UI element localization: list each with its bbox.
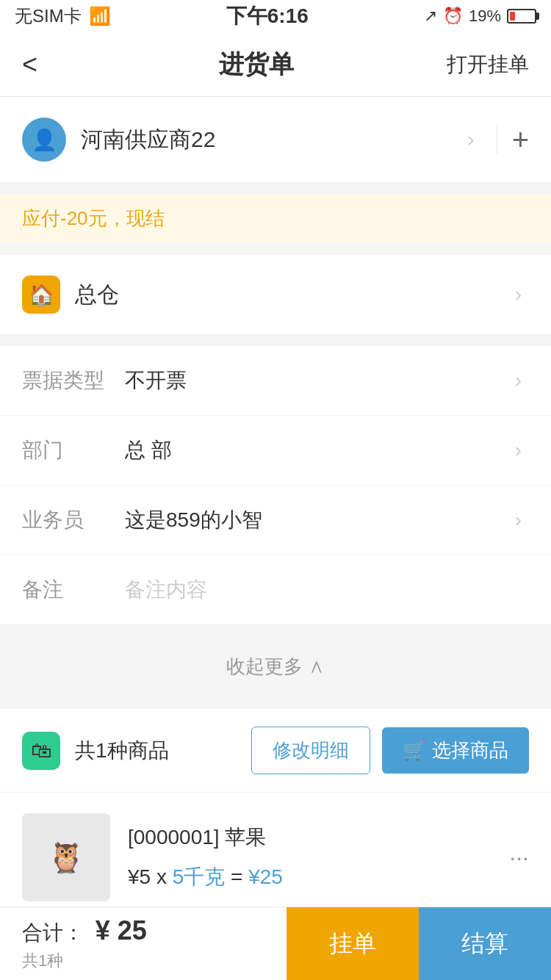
product-detail: ¥5 x 5千克 = ¥25: [128, 863, 509, 891]
person-icon: 👤: [32, 128, 57, 152]
bottom-bar: 合计： ¥ 25 共1种 挂单 结算: [0, 907, 551, 980]
total-amount: ¥ 25: [96, 915, 147, 945]
battery-percent: 19%: [469, 7, 501, 26]
product-name: [0000001] 苹果: [128, 824, 509, 851]
total-row: 合计： ¥ 25: [22, 915, 264, 947]
supplier-avatar: 👤: [22, 118, 66, 162]
checkout-button[interactable]: 结算: [419, 907, 551, 981]
location-icon: ↗: [424, 7, 437, 26]
nav-bar: < 进货单 打开挂单: [0, 32, 551, 97]
battery-icon: [507, 9, 536, 24]
warehouse-name: 总仓: [75, 280, 515, 310]
carrier-label: 无SIM卡: [15, 4, 82, 28]
products-count: 共1种商品: [75, 737, 251, 765]
edit-detail-button[interactable]: 修改明细: [251, 727, 370, 774]
invoice-chevron-icon: ›: [515, 369, 522, 392]
alarm-icon: ⏰: [443, 7, 463, 26]
product-code: [0000001] 苹果: [128, 826, 266, 849]
remark-input[interactable]: 备注内容: [125, 576, 529, 604]
invoice-type-label: 票据类型: [22, 367, 125, 394]
warehouse-icon: 🏠: [22, 275, 60, 314]
products-header: 🛍 共1种商品 修改明细 🛒 选择商品: [0, 709, 551, 793]
supplier-name: 河南供应商22: [81, 125, 467, 155]
product-info: [0000001] 苹果 ¥5 x 5千克 = ¥25: [128, 824, 509, 891]
department-row[interactable]: 部门 总 部 ›: [0, 416, 551, 486]
remark-label: 备注: [22, 576, 125, 604]
product-price: ¥5 x: [128, 865, 173, 888]
divider: [497, 125, 497, 154]
salesperson-value: 这是859的小智: [125, 506, 515, 534]
hold-button[interactable]: 挂单: [287, 907, 419, 981]
supplier-section: 👤 河南供应商22 › +: [0, 97, 551, 182]
select-product-label: 选择商品: [432, 738, 508, 763]
products-icon: 🛍: [22, 732, 60, 770]
supplier-chevron-icon: ›: [467, 128, 474, 151]
page-title: 进货单: [219, 48, 294, 82]
status-bar: 无SIM卡 📶 下午6:16 ↗ ⏰ 19%: [0, 0, 551, 32]
form-section: 票据类型 不开票 › 部门 总 部 › 业务员 这是859的小智 › 备注 备注…: [0, 346, 551, 624]
cart-icon: 🛒: [403, 739, 426, 762]
department-label: 部门: [22, 436, 125, 464]
bag-icon: 🛍: [31, 738, 51, 763]
status-right: ↗ ⏰ 19%: [424, 7, 536, 26]
product-item: 🦉 [0000001] 苹果 ¥5 x 5千克 = ¥25 ···: [0, 793, 551, 922]
home-icon: 🏠: [29, 283, 54, 307]
warehouse-chevron-icon: ›: [515, 283, 522, 306]
status-time: 下午6:16: [226, 2, 309, 30]
wifi-icon: 📶: [89, 6, 111, 26]
salesperson-label: 业务员: [22, 506, 125, 534]
warehouse-row[interactable]: 🏠 总仓 ›: [0, 255, 551, 334]
back-button[interactable]: <: [22, 49, 66, 80]
product-equals: =: [225, 865, 248, 888]
select-product-button[interactable]: 🛒 选择商品: [382, 727, 529, 774]
status-left: 无SIM卡 📶: [15, 4, 111, 28]
salesperson-row[interactable]: 业务员 这是859的小智 ›: [0, 486, 551, 555]
supplier-row[interactable]: 👤 河南供应商22 › +: [0, 97, 551, 182]
invoice-type-value: 不开票: [125, 367, 515, 394]
salesperson-chevron-icon: ›: [515, 508, 522, 532]
collapse-more-button[interactable]: 收起更多 ∧: [0, 636, 551, 697]
department-chevron-icon: ›: [515, 439, 522, 462]
product-quantity: 5千克: [173, 865, 226, 888]
notice-text: 应付-20元，现结: [22, 207, 165, 229]
product-thumbnail: 🦉: [22, 813, 110, 901]
open-pending-button[interactable]: 打开挂单: [447, 51, 529, 79]
total-count: 共1种: [22, 950, 264, 972]
invoice-type-row[interactable]: 票据类型 不开票 ›: [0, 346, 551, 416]
products-section: 🛍 共1种商品 修改明细 🛒 选择商品 🦉 [0000001] 苹果 ¥5 x …: [0, 709, 551, 922]
add-button[interactable]: +: [512, 123, 529, 156]
product-thumb-icon: 🦉: [48, 840, 84, 875]
total-label: 合计：: [22, 921, 84, 944]
warehouse-section: 🏠 总仓 ›: [0, 255, 551, 334]
remark-row[interactable]: 备注 备注内容: [0, 555, 551, 624]
total-section: 合计： ¥ 25 共1种: [0, 915, 287, 972]
department-value: 总 部: [125, 436, 515, 464]
product-total: ¥25: [248, 865, 283, 888]
product-more-button[interactable]: ···: [509, 844, 529, 871]
notice-bar: 应付-20元，现结: [0, 194, 551, 243]
